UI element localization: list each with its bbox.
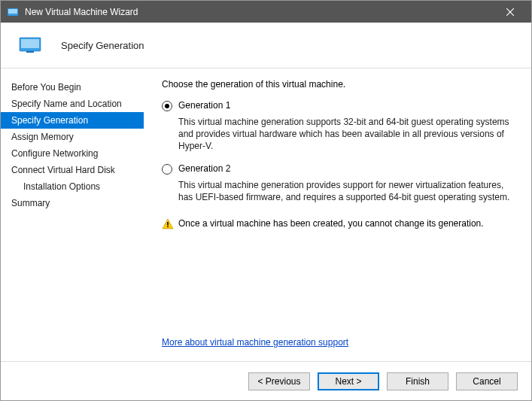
prompt-text: Choose the generation of this virtual ma… xyxy=(162,79,516,90)
warning-row: Once a virtual machine has been created,… xyxy=(162,218,516,230)
step-specify-generation[interactable]: Specify Generation xyxy=(1,112,144,129)
body: Before You Begin Specify Name and Locati… xyxy=(1,68,531,361)
close-icon xyxy=(506,8,514,16)
more-info-link[interactable]: More about virtual machine generation su… xyxy=(162,337,516,348)
desc-generation-1: This virtual machine generation supports… xyxy=(178,116,516,153)
radio-generation-2[interactable] xyxy=(162,164,172,175)
warning-text: Once a virtual machine has been created,… xyxy=(178,218,484,229)
header-icon xyxy=(19,36,43,54)
footer: < Previous Next > Finish Cancel xyxy=(1,361,531,400)
cancel-button[interactable]: Cancel xyxy=(456,372,518,390)
previous-button[interactable]: < Previous xyxy=(248,372,310,390)
step-installation-options[interactable]: Installation Options xyxy=(1,178,144,195)
finish-button[interactable]: Finish xyxy=(387,372,448,390)
step-before-you-begin[interactable]: Before You Begin xyxy=(1,79,144,96)
warning-icon xyxy=(162,218,174,230)
step-specify-name-and-location[interactable]: Specify Name and Location xyxy=(1,96,144,112)
option-generation-2[interactable]: Generation 2 xyxy=(162,163,516,175)
desc-generation-2: This virtual machine generation provides… xyxy=(178,179,516,203)
radio-generation-1[interactable] xyxy=(162,101,172,111)
step-configure-networking[interactable]: Configure Networking xyxy=(1,145,144,162)
content-spacer xyxy=(162,230,516,337)
svg-rect-5 xyxy=(21,39,39,48)
svg-rect-8 xyxy=(167,222,169,226)
content: Choose the generation of this virtual ma… xyxy=(144,68,531,361)
sidebar: Before You Begin Specify Name and Locati… xyxy=(1,68,144,361)
label-generation-1: Generation 1 xyxy=(178,100,230,111)
label-generation-2: Generation 2 xyxy=(178,163,230,174)
step-connect-virtual-hard-disk[interactable]: Connect Virtual Hard Disk xyxy=(1,162,144,178)
next-button[interactable]: Next > xyxy=(318,372,379,390)
titlebar: New Virtual Machine Wizard xyxy=(1,1,531,23)
svg-rect-1 xyxy=(8,9,17,14)
wizard-window: New Virtual Machine Wizard Specify Gener… xyxy=(0,0,532,401)
option-generation-1[interactable]: Generation 1 xyxy=(162,100,516,111)
window-title: New Virtual Machine Wizard xyxy=(25,7,495,17)
app-icon xyxy=(7,6,19,18)
svg-rect-6 xyxy=(26,51,34,53)
page-title: Specify Generation xyxy=(61,40,144,51)
header: Specify Generation xyxy=(1,23,531,68)
svg-rect-9 xyxy=(167,226,169,227)
step-assign-memory[interactable]: Assign Memory xyxy=(1,129,144,145)
step-summary[interactable]: Summary xyxy=(1,195,144,211)
close-button[interactable] xyxy=(495,1,525,23)
